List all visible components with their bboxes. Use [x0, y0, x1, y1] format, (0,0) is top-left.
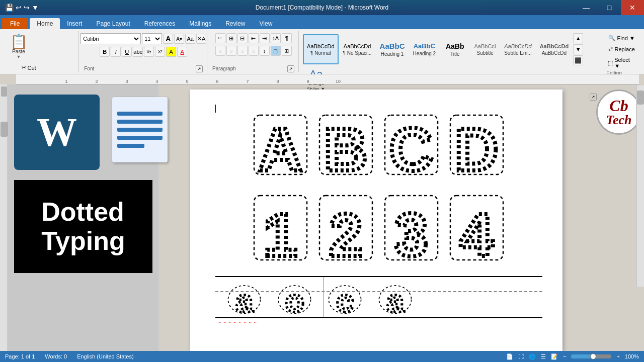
grow-font-button[interactable]: A — [163, 34, 173, 44]
vertical-scrollbar[interactable] — [636, 85, 644, 287]
find-icon: 🔍 — [608, 35, 615, 41]
subscript-button[interactable]: X₂ — [144, 47, 154, 57]
borders-button[interactable]: ⊞ — [282, 46, 292, 56]
svg-text:c: c — [336, 284, 354, 315]
style-subtle2-button[interactable]: AaBbCcDd AaBbCcDd — [536, 34, 572, 64]
view-web-button[interactable]: 🌐 — [529, 353, 536, 360]
tab-home[interactable]: Home — [30, 18, 60, 29]
styles-scroll-down-button[interactable]: ▼ — [573, 44, 583, 54]
window-controls[interactable]: — □ ✕ — [575, 0, 644, 15]
view-print-button[interactable]: 📄 — [506, 353, 513, 360]
ruler-left-gutter — [0, 74, 11, 84]
paste-button[interactable]: 📋 Paste ▼ — [6, 33, 31, 61]
letter-B-svg: B — [317, 113, 375, 178]
tab-insert[interactable]: Insert — [60, 18, 89, 29]
change-case-button[interactable]: Aa — [185, 34, 195, 44]
zoom-out-button[interactable]: − — [563, 353, 566, 359]
multilevel-button[interactable]: ⊟ — [237, 33, 248, 43]
underline-button[interactable]: U — [122, 47, 132, 57]
center-button[interactable]: ≡ — [226, 46, 236, 56]
decrease-indent-button[interactable]: ⇤ — [249, 33, 259, 43]
customize-icon[interactable]: ▼ — [32, 4, 39, 12]
style-subtitle-label: Subtitle — [477, 50, 494, 56]
strikethrough-button[interactable]: abc — [133, 47, 143, 57]
paste-icon: 📋 — [10, 35, 28, 49]
paragraph-group-label: Paragraph — [212, 66, 236, 72]
view-outline-button[interactable]: ☰ — [541, 353, 546, 360]
quick-access-toolbar[interactable]: 💾 ↩ ↪ ▼ — [5, 4, 39, 12]
styles-scroll-up-button[interactable]: ▲ — [573, 33, 583, 43]
tab-page-layout[interactable]: Page Layout — [89, 18, 137, 29]
shading-button[interactable]: ◻ — [271, 46, 281, 56]
tab-mailings[interactable]: Mailings — [182, 18, 218, 29]
replace-button[interactable]: ⇄ Replace — [606, 44, 637, 54]
cb-letter: Cb — [606, 98, 631, 114]
clear-formatting-button[interactable]: ✕A — [196, 34, 206, 44]
font-family-select[interactable]: Calibri — [80, 33, 141, 44]
ruler-mark: 7 — [232, 79, 263, 84]
doc-line — [117, 120, 163, 124]
document[interactable]: A B C D 1 — [190, 89, 562, 351]
letter-C-svg: C — [382, 113, 440, 178]
sort-button[interactable]: ↕A — [271, 33, 281, 43]
show-hide-button[interactable]: ¶ — [282, 33, 292, 43]
save-icon[interactable]: 💾 — [5, 4, 14, 12]
numbers-row: 1 2 3 4 — [215, 193, 542, 263]
ruler-mark: 6 — [202, 79, 232, 84]
italic-button[interactable]: I — [111, 47, 121, 57]
scroll-thumb[interactable] — [1, 122, 8, 137]
style-nospace-button[interactable]: AaBbCcDd ¶ No Spaci... — [340, 34, 375, 64]
number-4-svg: 4 — [448, 193, 506, 263]
paste-dropdown[interactable]: ▼ — [17, 54, 21, 59]
tab-file[interactable]: File — [2, 18, 28, 29]
undo-icon[interactable]: ↩ — [16, 4, 22, 12]
ruler-mark: 2 — [82, 79, 112, 84]
tab-references[interactable]: References — [137, 18, 182, 29]
svg-text:B: B — [324, 116, 368, 183]
style-title-button[interactable]: AaBb Title — [440, 34, 469, 64]
font-expand-button[interactable]: ↗ — [196, 65, 203, 72]
maximize-button[interactable]: □ — [598, 0, 621, 15]
increase-indent-button[interactable]: ⇥ — [260, 33, 270, 43]
superscript-button[interactable]: X² — [155, 47, 165, 57]
styles-more-button[interactable]: ⬛ — [573, 55, 583, 65]
shrink-font-button[interactable]: A▾ — [174, 34, 184, 44]
style-subtitle-button[interactable]: AaBbCcI Subtitle — [470, 34, 500, 64]
minimize-button[interactable]: — — [575, 0, 598, 15]
align-left-button[interactable]: ≡ — [215, 46, 225, 56]
scrollbar-thumb[interactable] — [637, 90, 644, 105]
font-size-select[interactable]: 11 — [142, 33, 162, 44]
paragraph-expand-button[interactable]: ↗ — [287, 65, 294, 72]
document-area[interactable]: A B C D 1 — [158, 84, 594, 362]
justify-button[interactable]: ≡ — [249, 46, 259, 56]
tab-view[interactable]: View — [253, 18, 280, 29]
style-heading1-button[interactable]: AaBbC Heading 1 — [376, 34, 409, 64]
line-spacing-button[interactable]: ↕ — [260, 46, 270, 56]
cut-button[interactable]: ✂ Cut — [6, 63, 51, 72]
paragraph-group: ≔ ⊞ ⊟ ⇤ ⇥ ↕A ¶ ≡ ≡ ≡ ≡ ↕ ◻ ⊞ Paragraph ↗ — [208, 31, 299, 72]
bullets-button[interactable]: ≔ — [215, 33, 225, 43]
zoom-slider[interactable] — [571, 354, 611, 358]
select-button[interactable]: ⬚ Select ▼ — [605, 55, 638, 70]
close-button[interactable]: ✕ — [621, 0, 644, 15]
editing-group: 🔍 Find ▼ ⇄ Replace ⬚ Select ▼ Editing — [602, 31, 641, 72]
view-draft-button[interactable]: 📝 — [551, 353, 558, 360]
language: English (United States) — [77, 353, 134, 359]
style-heading2-button[interactable]: AaBbC Heading 2 — [410, 34, 440, 64]
zoom-in-button[interactable]: + — [616, 353, 619, 359]
doc-line — [117, 128, 163, 132]
view-fullscreen-button[interactable]: ⛶ — [518, 353, 524, 359]
redo-icon[interactable]: ↪ — [24, 4, 30, 12]
tab-review[interactable]: Review — [218, 18, 252, 29]
find-button[interactable]: 🔍 Find ▼ — [606, 33, 637, 43]
style-subtle-em-button[interactable]: AaBbCcDd Subtle Em... — [501, 34, 535, 64]
text-cursor — [215, 105, 216, 113]
bold-button[interactable]: B — [100, 47, 110, 57]
dotted-typing-box: Dotted Typing — [14, 180, 152, 273]
style-h2-preview: AaBbC — [414, 42, 435, 50]
align-right-button[interactable]: ≡ — [237, 46, 248, 56]
text-highlight-button[interactable]: A — [166, 47, 176, 57]
style-normal-button[interactable]: AaBbCcDd ¶ Normal — [303, 34, 338, 64]
numbering-button[interactable]: ⊞ — [226, 33, 236, 43]
font-color-button[interactable]: A — [177, 47, 187, 57]
